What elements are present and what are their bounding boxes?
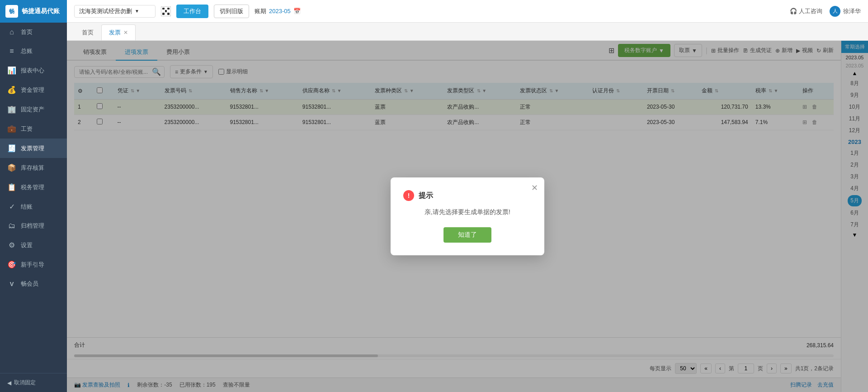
period-value: 2023-05 xyxy=(269,8,291,14)
sidebar-item-inventory[interactable]: 📦 库存核算 xyxy=(0,158,67,177)
tab-close-icon[interactable]: ✕ xyxy=(123,29,128,36)
sidebar-item-settle[interactable]: ✓ 结账 xyxy=(0,197,67,216)
assets-icon: 🏢 xyxy=(7,105,16,114)
tab-home[interactable]: 首页 xyxy=(74,24,101,40)
headset-icon: 🎧 xyxy=(790,8,797,14)
sidebar-item-archive[interactable]: 🗂 归档管理 xyxy=(0,216,67,235)
logo-icon: 畅 xyxy=(5,5,18,18)
warning-icon: ! xyxy=(403,190,414,201)
sidebar: 畅 畅捷通易代账 ⌂ 首页 ≡ 总账 📊 报表中心 💰 资金管理 🏢 固定资产 … xyxy=(0,0,67,392)
nav-tabs: 首页 发票 ✕ xyxy=(67,23,868,41)
tab-invoice[interactable]: 发票 ✕ xyxy=(101,24,136,40)
company-selector[interactable]: 沈海英测试经营勿删 ▼ xyxy=(74,5,156,18)
period-info: 账期 2023-05 📅 xyxy=(255,7,301,15)
sidebar-item-reports[interactable]: 📊 报表中心 xyxy=(0,61,67,80)
alert-modal: ✕ ! 提示 亲,请先选择要生成单据的发票! 知道了 xyxy=(391,177,544,255)
inventory-icon: 📦 xyxy=(7,163,16,172)
sidebar-item-assets[interactable]: 🏢 固定资产 xyxy=(0,100,67,119)
sidebar-item-guide[interactable]: 🎯 新手引导 xyxy=(0,255,67,274)
content-area: 销项发票 进项发票 费用小票 ⊞ 税务数字账户 ▼ xyxy=(67,41,868,392)
modal-confirm-button[interactable]: 知道了 xyxy=(443,227,491,243)
invoice-icon: 🧾 xyxy=(7,144,16,153)
sidebar-item-home[interactable]: ⌂ 首页 xyxy=(0,23,67,42)
archive-icon: 🗂 xyxy=(7,222,16,230)
app-logo: 畅 畅捷通易代账 xyxy=(0,0,67,23)
workspace-button[interactable]: 工作台 xyxy=(176,5,208,18)
sidebar-item-salary[interactable]: 💼 工资 xyxy=(0,119,67,139)
modal-title: ! 提示 xyxy=(403,190,532,201)
qr-area[interactable] xyxy=(161,6,171,16)
topbar-right: 🎧 人工咨询 人 徐泽华 xyxy=(790,6,861,17)
modal-footer: 知道了 xyxy=(403,227,532,243)
main-area: 沈海英测试经营勿删 ▼ 工作台 切到旧版 账期 2023-05 📅 🎧 人工咨询… xyxy=(67,0,868,392)
home-icon: ⌂ xyxy=(7,28,16,36)
topbar: 沈海英测试经营勿删 ▼ 工作台 切到旧版 账期 2023-05 📅 🎧 人工咨询… xyxy=(67,0,868,23)
calendar-icon[interactable]: 📅 xyxy=(293,8,301,14)
switch-version-button[interactable]: 切到旧版 xyxy=(214,5,249,18)
user-avatar: 人 xyxy=(830,6,840,17)
unpin-button[interactable]: ◀ 取消固定 xyxy=(0,373,67,392)
user-name: 徐泽华 xyxy=(843,7,861,15)
tax-icon: 📋 xyxy=(7,183,16,191)
pin-icon: ◀ xyxy=(7,380,11,386)
modal-message: 亲,请先选择要生成单据的发票! xyxy=(403,208,532,216)
salary-icon: 💼 xyxy=(7,124,16,133)
ledger-icon: ≡ xyxy=(7,47,16,55)
modal-close-button[interactable]: ✕ xyxy=(531,183,538,193)
guide-icon: 🎯 xyxy=(7,260,16,269)
sidebar-item-tax[interactable]: 📋 税务管理 xyxy=(0,177,67,197)
chevron-down-icon: ▼ xyxy=(135,9,139,14)
user-info[interactable]: 人 徐泽华 xyxy=(830,6,861,17)
sidebar-item-ledger[interactable]: ≡ 总账 xyxy=(0,42,67,61)
sidebar-item-funds[interactable]: 💰 资金管理 xyxy=(0,80,67,100)
sidebar-item-invoice[interactable]: 🧾 发票管理 xyxy=(0,139,67,158)
qr-icon xyxy=(161,6,171,16)
company-name: 沈海英测试经营勿删 xyxy=(79,7,132,15)
reports-icon: 📊 xyxy=(7,66,16,75)
sidebar-item-member[interactable]: V 畅会员 xyxy=(0,274,67,293)
help-button[interactable]: 🎧 人工咨询 xyxy=(790,7,822,15)
sidebar-item-settings[interactable]: ⚙ 设置 xyxy=(0,235,67,255)
settle-icon: ✓ xyxy=(7,202,16,211)
modal-overlay: ✕ ! 提示 亲,请先选择要生成单据的发票! 知道了 xyxy=(67,41,868,392)
app-name: 畅捷通易代账 xyxy=(22,7,60,15)
member-icon: V xyxy=(7,281,16,287)
funds-icon: 💰 xyxy=(7,86,16,94)
settings-icon: ⚙ xyxy=(7,241,16,249)
